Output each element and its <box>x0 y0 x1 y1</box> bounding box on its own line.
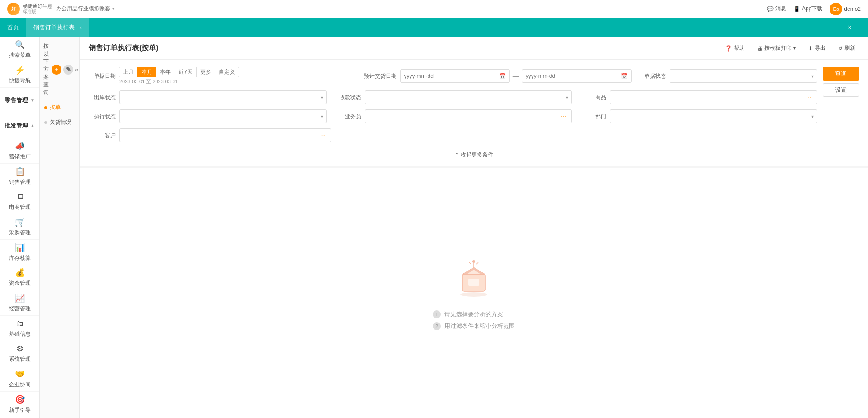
filter-group-execution: 执行状态 ▾ <box>89 109 327 123</box>
second-nav-item-pressing[interactable]: 按单 <box>40 100 79 115</box>
retail-label: 零售管理 <box>5 96 28 104</box>
message-icon: 💬 <box>767 6 774 12</box>
tab-sales-order[interactable]: 销售订单执行表 × <box>26 18 89 37</box>
settings-button[interactable]: 设置 <box>823 83 859 97</box>
breadcrumb[interactable]: 办公用品行业模拟账套 ▾ <box>56 5 115 13</box>
sidebar-item-retail[interactable]: 零售管理 ▼ <box>0 88 39 113</box>
svg-rect-4 <box>468 279 479 286</box>
user-profile[interactable]: Ea demo2 <box>830 3 861 15</box>
tab-maximize[interactable]: ⛶ <box>855 24 863 32</box>
date-tab-last7[interactable]: 近7天 <box>175 67 197 77</box>
newbie-icon: 🎯 <box>15 394 25 404</box>
sidebar-item-ecommerce[interactable]: 🖥 电商管理 <box>0 189 39 214</box>
execution-select[interactable] <box>119 109 327 123</box>
system-icon: ⚙ <box>16 344 24 354</box>
order-status-select[interactable] <box>670 69 817 83</box>
customer-dots[interactable]: ··· <box>319 132 328 139</box>
sidebar-item-finance[interactable]: 💰 资金管理 <box>0 265 39 290</box>
operation-label: 经营管理 <box>9 305 31 313</box>
message-button[interactable]: 💬 消息 <box>767 5 786 13</box>
app-download-button[interactable]: 📱 App下载 <box>793 5 822 13</box>
date-separator: — <box>512 72 520 80</box>
sidebar-item-basic[interactable]: 🗂 基础信息 <box>0 316 39 341</box>
department-select-wrap[interactable]: ▾ <box>610 109 817 123</box>
sidebar-item-newbie[interactable]: 🎯 新手引导 <box>0 392 39 417</box>
wholesale-label: 批发管理 <box>5 122 28 130</box>
product-dots[interactable]: ··· <box>804 94 813 101</box>
expected-date-from[interactable]: 📅 <box>400 69 510 83</box>
tab-close-icon[interactable]: × <box>79 25 82 30</box>
payment-select[interactable] <box>365 90 572 104</box>
sidebar-item-system[interactable]: ⚙ 系统管理 <box>0 341 39 366</box>
date-tab-more[interactable]: 更多 <box>196 67 215 77</box>
sidebar-item-sales[interactable]: 📋 销售管理 <box>0 164 39 189</box>
add-scheme-button[interactable]: + <box>52 65 61 75</box>
empty-illustration <box>451 256 496 301</box>
export-button[interactable]: ⬇ 导出 <box>805 43 829 54</box>
calendar-from-icon[interactable]: 📅 <box>499 73 506 79</box>
date-label: 单据日期 <box>89 72 116 80</box>
page-actions: ❓ 帮助 🖨 按模板打印 ▾ ⬇ 导出 ↺ 刷新 <box>722 43 859 54</box>
order-status-select-wrap[interactable]: ▾ <box>670 69 817 83</box>
payment-label: 收款状态 <box>334 94 361 101</box>
filter-row-2: 出库状态 ▾ 收款状态 <box>89 90 817 104</box>
basic-label: 基础信息 <box>9 330 31 338</box>
enterprise-label: 企业协同 <box>9 381 31 389</box>
payment-select-wrap[interactable]: ▾ <box>365 90 572 104</box>
page-header: 销售订单执行表(按单) ❓ 帮助 🖨 按模板打印 ▾ ⬇ 导出 ↺ 刷新 <box>80 37 868 60</box>
sidebar-item-marketing[interactable]: 📣 营销推广 <box>0 138 39 164</box>
expected-date-to-input[interactable] <box>526 73 619 79</box>
outbound-select-wrap[interactable]: ▾ <box>119 90 327 104</box>
salesperson-dots[interactable]: ··· <box>559 113 568 120</box>
logo-text: 畅捷通好生意 标准版 <box>23 3 52 14</box>
search-button[interactable]: 查询 <box>823 67 859 81</box>
quick-nav-icon: ⚡ <box>15 65 25 75</box>
calendar-to-icon[interactable]: 📅 <box>621 73 627 79</box>
marketing-label: 营销推广 <box>9 153 31 161</box>
sidebar-item-purchase[interactable]: 🛒 采购管理 <box>0 214 39 240</box>
avatar: Ea <box>830 3 842 15</box>
expected-date-from-input[interactable] <box>404 73 497 79</box>
export-icon: ⬇ <box>808 45 813 52</box>
tab-bar: 首页 销售订单执行表 × × ⛶ <box>0 18 868 37</box>
expected-date-to[interactable]: 📅 <box>522 69 632 83</box>
help-button[interactable]: ❓ 帮助 <box>722 43 748 54</box>
expected-date-label: 预计交货日期 <box>364 72 396 80</box>
header-left: 好 畅捷通好生意 标准版 办公用品行业模拟账套 ▾ <box>7 3 115 15</box>
inventory-icon: 📊 <box>15 242 25 252</box>
sidebar-item-operation[interactable]: 📈 经营管理 <box>0 290 39 316</box>
outbound-select[interactable] <box>119 90 327 104</box>
department-select[interactable] <box>610 109 817 123</box>
filter-fields: 单据日期 上月 本月 本年 近7天 更多 自定义 20 <box>89 67 817 147</box>
tip1-num: 1 <box>433 310 441 318</box>
refresh-button[interactable]: ↺ 刷新 <box>835 43 859 54</box>
purchase-icon: 🛒 <box>15 217 25 227</box>
collapse-bar[interactable]: ⌃ 收起更多条件 <box>89 147 859 162</box>
sidebar-item-quick-nav[interactable]: ⚡ 快捷导航 <box>0 62 39 88</box>
sidebar-item-search-menu[interactable]: 🔍 搜索菜单 <box>0 37 39 62</box>
sidebar-item-inventory[interactable]: 📊 库存核算 <box>0 240 39 265</box>
date-tab-custom[interactable]: 自定义 <box>215 67 239 77</box>
date-tab-this-year[interactable]: 本年 <box>156 67 175 77</box>
collapse-nav-icon[interactable]: « <box>75 66 79 73</box>
filter-group-payment: 收款状态 ▾ <box>334 90 572 104</box>
collapse-label: 收起更多条件 <box>461 151 493 159</box>
empty-tips: 1 请先选择要分析的方案 2 用过滤条件来缩小分析范围 <box>433 310 515 330</box>
print-button[interactable]: 🖨 按模板打印 ▾ <box>754 43 799 54</box>
execution-select-wrap[interactable]: ▾ <box>119 109 327 123</box>
ecommerce-icon: 🖥 <box>16 192 24 202</box>
sidebar-item-enterprise[interactable]: 🤝 企业协同 <box>0 366 39 392</box>
tab-close-all[interactable]: × <box>848 24 852 32</box>
empty-tip-2: 2 用过滤条件来缩小分析范围 <box>433 322 515 330</box>
edit-scheme-button[interactable]: ✎ <box>63 65 73 75</box>
second-nav-item-debt[interactable]: 欠货情况 <box>40 115 79 130</box>
date-tab-prev-month[interactable]: 上月 <box>119 67 138 77</box>
date-tab-this-month[interactable]: 本月 <box>137 67 156 77</box>
filter-row-3: 执行状态 ▾ 业务员 ·· <box>89 109 817 123</box>
logo-icon: 好 <box>7 3 20 15</box>
tab-home[interactable]: 首页 <box>0 18 26 37</box>
svg-line-8 <box>476 262 478 264</box>
sidebar-item-wholesale[interactable]: 批发管理 ▲ <box>0 113 39 138</box>
product-label: 商品 <box>579 94 606 101</box>
left-nav: 🔍 搜索菜单 ⚡ 快捷导航 零售管理 ▼ 批发管理 ▲ 📣 营销推广 📋 销售管… <box>0 37 40 418</box>
